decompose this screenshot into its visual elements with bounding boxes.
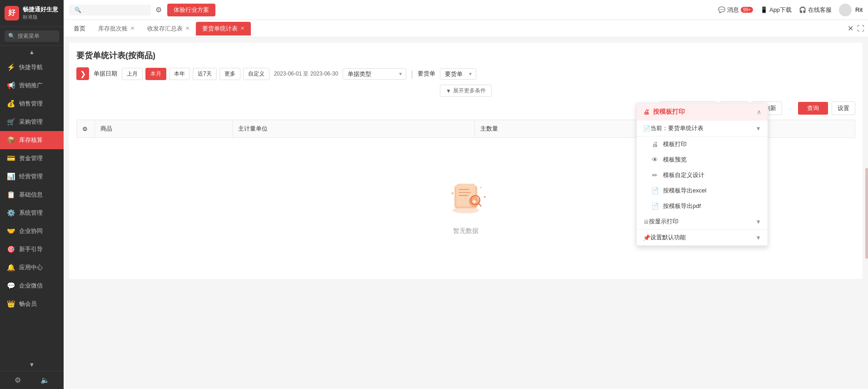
display-print-header[interactable]: 🖥 按显示打印 ▼ [637, 214, 768, 229]
date-range-text: 2023-06-01 至 2023-06-30 [274, 70, 338, 78]
dropdown-item-template-custom[interactable]: ✏ 模板自定义设计 [637, 167, 768, 183]
app-download-button[interactable]: 📱 App下载 [760, 6, 792, 14]
setting-button[interactable]: 设置 [832, 101, 855, 115]
member-icon: 👑 [6, 299, 15, 308]
chevron-down-icon: ▼ [755, 125, 761, 132]
sidebar-search-area[interactable]: 🔍 搜索菜单 [0, 27, 64, 46]
dropdown-item-export-pdf[interactable]: 📄 按模板导出pdf [637, 198, 768, 214]
sidebar-item-label: 库存核算 [19, 136, 43, 144]
date-btn-7days[interactable]: 近7天 [193, 68, 217, 80]
tab-close-icon[interactable]: ✕ [130, 25, 135, 31]
tab-order-stats[interactable]: 要货单统计表 ✕ [196, 22, 251, 35]
marketing-icon: 📢 [6, 81, 15, 90]
print-icon: 🖨 [651, 141, 658, 148]
collab-icon: 🤝 [6, 227, 15, 236]
sidebar-item-inventory[interactable]: 📦 库存核算 [0, 131, 64, 149]
display-print-label: 按显示打印 [649, 217, 678, 226]
sidebar-item-wechat[interactable]: 💬 企业微信 [0, 277, 64, 295]
avatar [839, 4, 852, 16]
tab-close-icon[interactable]: ✕ [185, 25, 190, 31]
sidebar-item-collab[interactable]: 🤝 企业协同 [0, 222, 64, 240]
tab-inventory-batch[interactable]: 库存批次账 ✕ [92, 22, 141, 35]
tab-close-icon[interactable]: ✕ [240, 25, 244, 31]
printer-icon: 🖨 [643, 108, 649, 116]
current-template-header[interactable]: 📄 当前：要货单统计表 ▼ [637, 121, 768, 136]
design-icon: ✏ [651, 172, 658, 179]
sidebar-item-ops[interactable]: 📊 经营管理 [0, 167, 64, 186]
topbar: 🔍 ⚙ 体验行业方案 💬 消息 99+ 📱 App下载 🎧 在线客服 R [64, 0, 868, 20]
goods-select[interactable]: 要货单 [440, 68, 476, 80]
sidebar-item-quick-nav[interactable]: ⚡ 快捷导航 [0, 58, 64, 76]
filter-expand-button[interactable]: ❯ [76, 67, 89, 80]
settings-icon[interactable]: ⚙ [15, 376, 21, 384]
topbar-search[interactable]: 🔍 [69, 5, 151, 15]
user-area[interactable]: Rit [839, 4, 863, 16]
search-icon: 🔍 [8, 33, 15, 39]
sidebar-item-system[interactable]: ⚙️ 系统管理 [0, 204, 64, 222]
sidebar-item-marketing[interactable]: 📢 营销推广 [0, 76, 64, 95]
finance-icon: 💳 [6, 154, 15, 163]
gear-icon[interactable]: ⚙ [155, 5, 162, 14]
dropdown-item-template-preview[interactable]: 👁 模板预览 [637, 152, 768, 167]
date-btn-this-year[interactable]: 本年 [169, 68, 190, 80]
trial-button[interactable]: 体验行业方案 [167, 4, 215, 16]
dropdown-header[interactable]: 🖨 按模板打印 ∧ [637, 103, 768, 121]
sidebar-scroll-down[interactable]: ▼ [0, 359, 64, 371]
expand-more-row: ▼ 展开更多条件 [76, 85, 855, 97]
logo-main-text: 畅捷通好生意 [23, 5, 58, 14]
sidebar-item-guide[interactable]: 🎯 新手引导 [0, 240, 64, 258]
query-button[interactable]: 查询 [798, 102, 828, 115]
tab-receipt-summary[interactable]: 收发存汇总表 ✕ [141, 22, 196, 35]
empty-text: 暂无数据 [453, 227, 479, 235]
svg-point-10 [480, 187, 482, 188]
date-btn-custom[interactable]: 自定义 [243, 68, 269, 80]
chevron-down-icon: ▼ [755, 234, 761, 241]
sidebar-scroll-up[interactable]: ▲ [0, 46, 64, 58]
appstore-icon: 🔔 [6, 263, 15, 272]
sidebar-item-label: 资金管理 [19, 154, 43, 162]
preview-icon: 👁 [651, 156, 658, 163]
dropdown-item-template-print[interactable]: 🖨 模板打印 [637, 136, 768, 152]
sidebar-item-label: 系统管理 [19, 209, 43, 217]
svg-point-9 [451, 192, 454, 194]
sidebar-item-purchase[interactable]: 🛒 采购管理 [0, 113, 64, 131]
system-icon: ⚙️ [6, 208, 15, 217]
sidebar-search-button[interactable]: 🔍 搜索菜单 [5, 30, 59, 42]
sidebar-item-label: 畅会员 [19, 300, 37, 308]
date-btn-last-month[interactable]: 上月 [122, 68, 143, 80]
expand-more-button[interactable]: ▼ 展开更多条件 [440, 85, 492, 97]
action-more-icon[interactable]: ··· [788, 105, 793, 112]
col-qty: 主数量 [475, 120, 648, 138]
expand-more-label: 展开更多条件 [453, 87, 486, 95]
expand-tab-icon[interactable]: ⛶ [857, 25, 864, 33]
settings-icon[interactable]: ⚙ [82, 126, 88, 132]
speaker-icon[interactable]: 🔈 [40, 376, 50, 384]
sidebar-nav: ⚡ 快捷导航 📢 营销推广 💰 销售管理 🛒 采购管理 📦 库存核算 💳 资金管… [0, 58, 64, 359]
close-tab-icon[interactable]: ✕ [848, 24, 853, 33]
message-button[interactable]: 💬 消息 99+ [718, 6, 753, 14]
default-label: 设置默认功能 [650, 233, 686, 242]
sidebar-item-label: 采购管理 [19, 118, 43, 126]
sidebar-item-sales[interactable]: 💰 销售管理 [0, 95, 64, 113]
sidebar-item-member[interactable]: 👑 畅会员 [0, 295, 64, 313]
wechat-icon: 💬 [6, 281, 15, 290]
order-type-select-wrap: 单据类型 [343, 68, 406, 80]
dropdown-title: 按模板打印 [653, 108, 685, 116]
dropdown-item-export-excel[interactable]: 📄 按模板导出excel [637, 183, 768, 198]
sales-icon: 💰 [6, 99, 15, 108]
sidebar-item-finance[interactable]: 💳 资金管理 [0, 149, 64, 167]
main-content: 🔍 ⚙ 体验行业方案 💬 消息 99+ 📱 App下载 🎧 在线客服 R [64, 0, 868, 389]
chevron-up-icon[interactable]: ∧ [757, 108, 761, 116]
date-btn-more[interactable]: 更多 [219, 68, 240, 80]
search-icon: 🔍 [75, 7, 81, 13]
tab-home[interactable]: 首页 [67, 22, 92, 35]
sidebar-item-basic[interactable]: 📋 基础信息 [0, 186, 64, 204]
sidebar-item-label: 销售管理 [19, 100, 43, 108]
online-service-button[interactable]: 🎧 在线客服 [799, 6, 832, 14]
sidebar-item-appstore[interactable]: 🔔 应用中心 [0, 258, 64, 277]
date-btn-this-month[interactable]: 本月 [145, 68, 166, 80]
dropdown-item-label: 模板预览 [663, 156, 687, 164]
default-setting-header[interactable]: 📌 设置默认功能 ▼ [637, 230, 768, 245]
order-type-select[interactable]: 单据类型 [343, 68, 406, 80]
right-scrollbar[interactable] [865, 168, 868, 259]
